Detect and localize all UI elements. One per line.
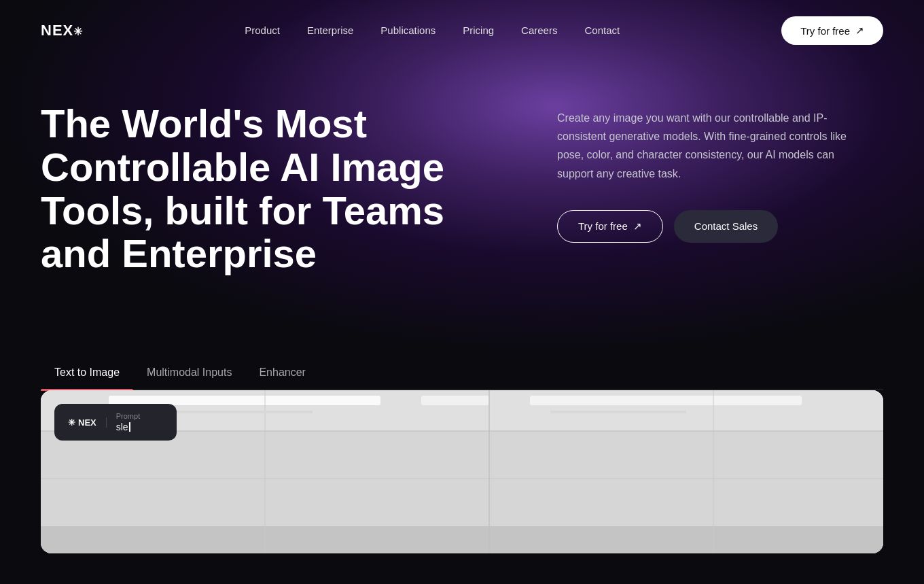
prompt-value: sle bbox=[116, 422, 140, 432]
nav-links: Product Enterprise Publications Pricing … bbox=[245, 24, 620, 37]
nav-publications[interactable]: Publications bbox=[380, 24, 436, 36]
hero-title: The World's Most Controllable AI Image T… bbox=[41, 102, 516, 275]
svg-rect-6 bbox=[530, 396, 802, 405]
tab-multimodal-inputs[interactable]: Multimodal Inputs bbox=[133, 357, 245, 390]
logo-text: NEX✳ bbox=[41, 22, 83, 39]
navbar: NEX✳ Product Enterprise Publications Pri… bbox=[0, 0, 924, 61]
hero-left: The World's Most Controllable AI Image T… bbox=[41, 102, 516, 303]
hero-contact-button[interactable]: Contact Sales bbox=[674, 210, 778, 243]
nav-product[interactable]: Product bbox=[245, 24, 280, 36]
hero-try-arrow-icon: ↗ bbox=[633, 220, 642, 233]
logo-star-icon: ✳ bbox=[73, 25, 83, 38]
nav-pricing[interactable]: Pricing bbox=[463, 24, 494, 36]
svg-rect-12 bbox=[177, 411, 313, 413]
demo-image-background: ✳ NEX Prompt sle bbox=[41, 390, 883, 553]
svg-rect-5 bbox=[421, 396, 489, 405]
tab-text-to-image[interactable]: Text to Image bbox=[41, 357, 133, 390]
tab-enhancer[interactable]: Enhancer bbox=[245, 357, 319, 390]
hero-right: Create any image you want with our contr… bbox=[557, 102, 870, 303]
hero-description: Create any image you want with our contr… bbox=[557, 109, 870, 183]
nav-try-free-button[interactable]: Try for free ↗ bbox=[781, 16, 883, 45]
prompt-content: Prompt sle bbox=[116, 412, 140, 432]
text-cursor bbox=[129, 422, 130, 432]
nav-enterprise[interactable]: Enterprise bbox=[307, 24, 353, 36]
svg-rect-2 bbox=[41, 526, 883, 553]
prompt-logo-icon: ✳ bbox=[68, 417, 75, 428]
demo-image-wrapper: ✳ NEX Prompt sle bbox=[41, 390, 883, 553]
tabs-row: Text to Image Multimodal Inputs Enhancer bbox=[41, 357, 883, 390]
svg-rect-13 bbox=[550, 411, 686, 413]
logo[interactable]: NEX✳ bbox=[41, 22, 83, 39]
nav-contact[interactable]: Contact bbox=[584, 24, 620, 36]
prompt-logo: ✳ NEX bbox=[68, 417, 107, 428]
hero-buttons: Try for free ↗ Contact Sales bbox=[557, 210, 870, 243]
prompt-card: ✳ NEX Prompt sle bbox=[54, 404, 177, 441]
nav-cta-arrow-icon: ↗ bbox=[855, 24, 864, 37]
tabs-section: Text to Image Multimodal Inputs Enhancer bbox=[0, 357, 924, 390]
nav-careers[interactable]: Careers bbox=[521, 24, 557, 36]
hero-try-free-button[interactable]: Try for free ↗ bbox=[557, 210, 663, 243]
prompt-label: Prompt bbox=[116, 412, 140, 420]
hero-section: The World's Most Controllable AI Image T… bbox=[0, 61, 924, 357]
prompt-logo-text: NEX bbox=[78, 417, 96, 428]
